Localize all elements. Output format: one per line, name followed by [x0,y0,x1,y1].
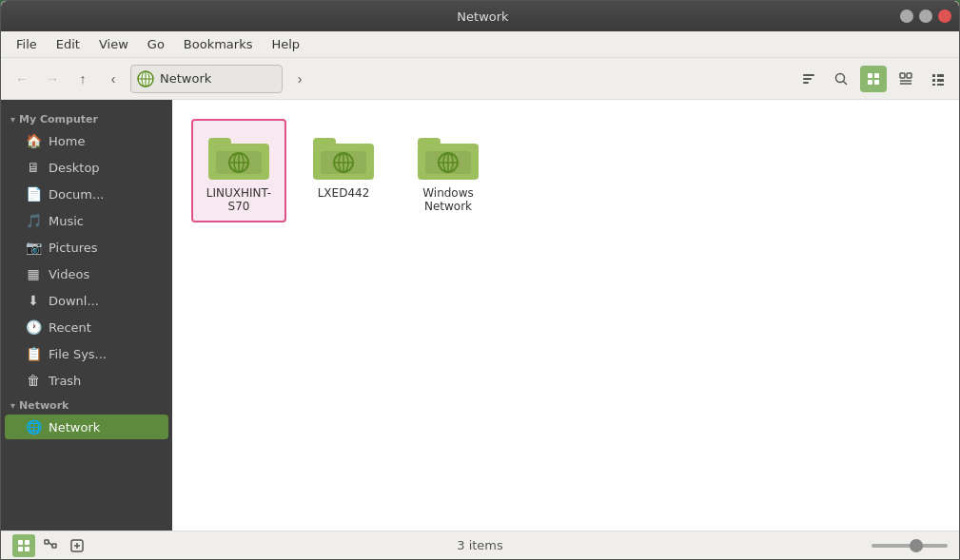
prev-location-button[interactable]: ‹ [100,66,127,92]
statusbar: 3 items [1,531,959,559]
menu-help[interactable]: Help [264,34,307,54]
menubar: File Edit View Go Bookmarks Help [1,31,959,58]
window-controls: – ❐ ✕ [900,10,951,23]
list-view-button[interactable] [925,66,951,92]
statusbar-tree-btn[interactable] [39,534,62,557]
sidebar-item-filesystem-label: File Sys... [49,347,107,361]
statusbar-info-btn[interactable] [66,534,88,557]
statusbar-item-count: 3 items [96,538,864,552]
file-item-windows-network[interactable]: Windows Network [401,119,496,222]
file-label-windows-network: Windows Network [410,186,486,213]
svg-rect-47 [25,547,29,551]
grid-view-icon [866,71,881,87]
svg-rect-45 [25,540,29,545]
folder-icon-lxed442 [313,128,374,182]
statusbar-view-icons [12,534,88,557]
statusbar-zoom [872,544,948,548]
sidebar: ▾ My Computer 🏠 Home 🖥 Desktop 📄 Docum..… [1,100,172,531]
svg-rect-14 [907,73,911,78]
statusbar-tree-icon [44,539,57,552]
sidebar-item-documents-label: Docum... [49,187,104,202]
sidebar-item-videos-label: Videos [49,267,89,281]
svg-rect-6 [803,82,809,84]
sidebar-item-recent-label: Recent [49,320,91,335]
sidebar-item-music-label: Music [49,214,84,228]
search-button[interactable] [828,66,854,92]
network-arrow: ▾ [10,400,15,411]
zoom-slider[interactable] [872,544,948,548]
statusbar-grid-icon [17,539,30,552]
statusbar-grid-btn[interactable] [12,534,35,557]
sidebar-item-downloads[interactable]: ⬇ Downl... [5,288,168,313]
svg-rect-17 [932,74,935,77]
up-button[interactable]: ↑ [69,66,96,92]
sidebar-item-pictures[interactable]: 📷 Pictures [5,235,168,260]
svg-point-7 [836,73,845,82]
location-network-icon [137,70,154,87]
forward-button[interactable]: → [39,66,66,92]
menu-go[interactable]: Go [140,34,172,54]
folder-svg-lxed442 [313,128,374,182]
svg-rect-10 [874,73,879,78]
folder-icon-linuxhint [208,128,269,182]
sidebar-item-network-label: Network [49,420,100,434]
compact-view-icon [898,71,913,87]
content-area: LINUXHINT-S70 LXED442 [172,100,959,531]
sidebar-item-network[interactable]: 🌐 Network [5,415,168,439]
menu-bookmarks[interactable]: Bookmarks [176,34,261,54]
file-item-lxed442[interactable]: LXED442 [296,119,391,222]
main-area: ▾ My Computer 🏠 Home 🖥 Desktop 📄 Docum..… [1,100,959,531]
my-computer-label: My Computer [19,113,98,126]
sidebar-item-videos[interactable]: ▦ Videos [5,261,168,286]
downloads-icon: ⬇ [26,293,41,308]
network-icon: 🌐 [26,419,41,434]
network-section-label: Network [19,399,69,412]
file-label-lxed442: LXED442 [318,186,370,200]
file-item-linuxhint[interactable]: LINUXHINT-S70 [191,119,286,222]
location-text: Network [160,71,211,86]
trash-icon: 🗑 [26,373,41,388]
my-computer-arrow: ▾ [10,114,15,125]
menu-edit[interactable]: Edit [49,34,88,54]
sidebar-item-music[interactable]: 🎵 Music [5,208,168,233]
svg-rect-18 [937,74,944,77]
compact-view-button[interactable] [892,66,919,92]
sidebar-item-desktop[interactable]: 🖥 Desktop [5,155,168,180]
sidebar-item-downloads-label: Downl... [49,294,99,308]
sort-icon [801,71,816,87]
window-title: Network [66,10,900,24]
menu-file[interactable]: File [9,34,45,54]
titlebar: Network – ❐ ✕ [1,1,959,31]
sidebar-item-documents[interactable]: 📄 Docum... [5,182,168,206]
statusbar-info-icon [70,539,84,552]
sidebar-item-filesystem[interactable]: 📋 File Sys... [5,341,168,366]
svg-rect-48 [45,540,49,544]
sidebar-item-trash[interactable]: 🗑 Trash [5,368,168,393]
sidebar-item-home[interactable]: 🏠 Home [5,128,168,153]
svg-rect-21 [932,84,935,86]
filesystem-icon: 📋 [26,346,41,361]
back-button[interactable]: ← [9,66,35,92]
folder-icon-windows-network [418,128,479,182]
maximize-button[interactable]: ❐ [919,10,932,23]
svg-rect-12 [874,80,879,85]
file-manager-window: Network – ❐ ✕ File Edit View Go Bookmark… [0,0,960,560]
desktop-icon: 🖥 [26,160,41,175]
file-label-linuxhint: LINUXHINT-S70 [201,186,277,213]
music-icon: 🎵 [26,213,41,228]
svg-rect-4 [803,74,814,76]
next-location-button[interactable]: › [286,66,313,92]
close-button[interactable]: ✕ [938,10,951,23]
svg-rect-49 [52,544,56,548]
svg-rect-5 [803,78,812,80]
list-view-icon [931,71,946,87]
recent-icon: 🕐 [26,319,41,335]
svg-rect-44 [18,540,23,545]
grid-view-button[interactable] [860,66,887,92]
sidebar-item-recent[interactable]: 🕐 Recent [5,315,168,339]
folder-svg-windows-network [418,128,479,182]
folder-svg-linuxhint [208,128,269,182]
sort-button[interactable] [795,66,822,92]
minimize-button[interactable]: – [900,10,913,23]
menu-view[interactable]: View [91,34,136,54]
